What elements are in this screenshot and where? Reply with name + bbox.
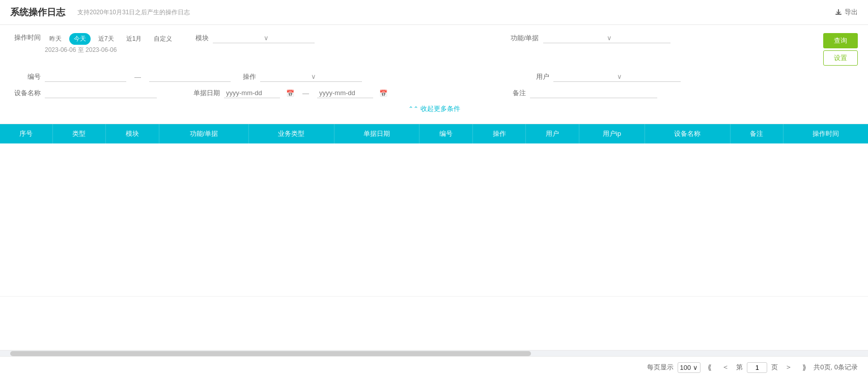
collapse-bar: ⌃⌃ 收起更多条件	[10, 100, 858, 115]
col-operation: 操作	[472, 124, 525, 143]
page-label: 第	[736, 363, 743, 372]
col-remark: 备注	[730, 124, 783, 143]
number-from-input[interactable]	[45, 72, 126, 82]
time-btn-1month[interactable]: 近1月	[122, 33, 147, 45]
per-page-label: 每页显示	[647, 363, 674, 372]
col-device: 设备名称	[645, 124, 730, 143]
remark-label: 备注	[495, 89, 526, 98]
page-number-input[interactable]: 1	[747, 362, 767, 373]
horizontal-scrollbar[interactable]	[0, 350, 868, 356]
collapse-icon: ⌃⌃	[408, 105, 418, 112]
module-chevron-icon: ∨	[264, 34, 313, 42]
next-page-button[interactable]: ＞	[782, 362, 795, 373]
page-subtitle: 支持2020年10月31日之后产生的操作日志	[77, 8, 190, 17]
time-range-display: 2023-06-06 至 2023-06-06	[45, 46, 177, 54]
time-filter-group: 昨天 今天 近7天 近1月 自定义	[45, 33, 177, 45]
collapse-button[interactable]: ⌃⌃ 收起更多条件	[408, 104, 460, 113]
page-title: 系统操作日志	[10, 6, 65, 18]
last-page-button[interactable]: ⟫	[799, 362, 809, 372]
number-dash: —	[134, 73, 141, 81]
col-op-time: 操作时间	[783, 124, 868, 143]
operation-chevron-icon: ∨	[311, 73, 360, 80]
date-to-input[interactable]	[317, 88, 373, 98]
calendar-to-icon[interactable]: 📅	[379, 90, 387, 97]
module-label: 模块	[193, 34, 209, 43]
user-chevron-icon: ∨	[617, 73, 679, 80]
device-input[interactable]	[45, 88, 157, 98]
scrollbar-thumb	[10, 351, 531, 356]
function-chevron-icon: ∨	[607, 34, 668, 42]
col-module: 模块	[106, 124, 159, 143]
function-select[interactable]: ∨	[543, 33, 670, 43]
export-icon	[834, 8, 843, 16]
first-page-button[interactable]: ⟪	[705, 362, 715, 372]
table-container: 序号 类型 模块 功能/单据 业务类型 单据日期 编号 操作 用户 用户ip 设…	[0, 124, 868, 350]
table-body	[0, 143, 868, 296]
device-label: 设备名称	[10, 89, 41, 98]
per-page-chevron-icon: ∨	[693, 364, 698, 371]
col-user-ip: 用户ip	[579, 124, 645, 143]
query-button[interactable]: 查询	[823, 33, 858, 48]
prev-page-button[interactable]: ＜	[719, 362, 732, 373]
col-biz-type: 业务类型	[249, 124, 334, 143]
page-unit: 页	[771, 363, 778, 372]
per-page-select[interactable]: 100 ∨	[678, 362, 701, 373]
page-header: 系统操作日志 支持2020年10月31日之后产生的操作日志 导出	[0, 0, 868, 25]
time-btn-yesterday[interactable]: 昨天	[45, 33, 66, 45]
time-btn-today[interactable]: 今天	[69, 33, 91, 45]
col-user: 用户	[526, 124, 579, 143]
export-button[interactable]: 导出	[834, 8, 858, 17]
voucher-date-dash: —	[302, 90, 309, 97]
filter-area: 操作时间 昨天 今天 近7天 近1月 自定义 2023-06-06 至 2023…	[0, 25, 868, 124]
operation-time-label: 操作时间	[10, 33, 41, 42]
function-label: 功能/单据	[509, 34, 539, 43]
col-voucher-date: 单据日期	[334, 124, 419, 143]
total-label: 共0页, 0条记录	[814, 363, 858, 372]
operation-select[interactable]: ∨	[260, 72, 362, 82]
pagination-bar: 每页显示 100 ∨ ⟪ ＜ 第 1 页 ＞ ⟫ 共0页, 0条记录	[0, 356, 868, 378]
date-from-input[interactable]	[224, 88, 280, 98]
user-select[interactable]: ∨	[553, 72, 681, 82]
table-header: 序号 类型 模块 功能/单据 业务类型 单据日期 编号 操作 用户 用户ip 设…	[0, 124, 868, 143]
module-select[interactable]: ∨	[213, 33, 315, 43]
voucher-date-label: 单据日期	[193, 89, 220, 98]
per-page-value: 100	[680, 364, 691, 371]
svg-rect-1	[838, 9, 839, 13]
data-table: 序号 类型 模块 功能/单据 业务类型 单据日期 编号 操作 用户 用户ip 设…	[0, 124, 868, 297]
number-label: 编号	[10, 72, 41, 81]
col-seq: 序号	[0, 124, 52, 143]
time-btn-custom[interactable]: 自定义	[149, 33, 177, 45]
col-type: 类型	[52, 124, 105, 143]
col-number: 编号	[419, 124, 472, 143]
action-buttons: 查询 设置	[823, 33, 858, 66]
time-btn-7days[interactable]: 近7天	[94, 33, 119, 45]
calendar-from-icon[interactable]: 📅	[286, 90, 294, 97]
operation-label: 操作	[241, 72, 256, 81]
settings-button[interactable]: 设置	[823, 50, 858, 66]
number-to-input[interactable]	[149, 72, 231, 82]
user-label: 用户	[519, 72, 549, 81]
col-function: 功能/单据	[159, 124, 248, 143]
remark-input[interactable]	[530, 88, 657, 98]
